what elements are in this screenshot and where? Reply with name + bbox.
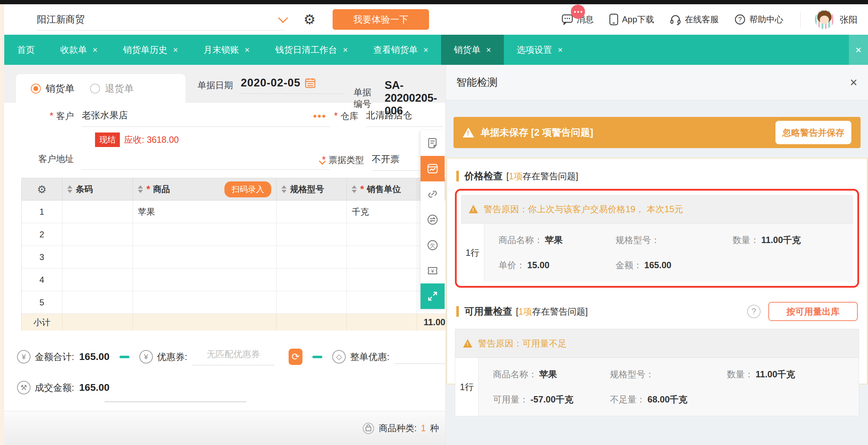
ignore-and-save-button[interactable]: 忽略警告并保存 <box>775 121 851 144</box>
expand-icon[interactable] <box>421 283 445 309</box>
coupon-input[interactable]: 无匹配优惠券 <box>192 348 274 365</box>
page-left-strip <box>0 4 4 445</box>
cell-unit[interactable] <box>347 291 417 314</box>
close-icon[interactable]: × <box>173 45 178 55</box>
cell-barcode[interactable] <box>62 223 133 246</box>
cell-spec[interactable] <box>277 223 347 246</box>
sort-icon[interactable] <box>138 185 143 193</box>
nav-help[interactable]: ? 帮助中心 <box>734 14 783 25</box>
avatar[interactable] <box>815 10 834 29</box>
required-star: * <box>146 184 150 195</box>
close-icon[interactable]: × <box>343 45 348 55</box>
exchange-icon[interactable] <box>421 207 445 232</box>
discount-tag-icon: ◇ <box>332 350 346 364</box>
nav-support-label: 在线客服 <box>685 14 719 25</box>
cell-spec[interactable] <box>277 291 347 314</box>
header-barcode[interactable]: 条码 <box>62 178 133 200</box>
cell-product[interactable] <box>133 269 277 291</box>
warehouse-input[interactable]: 北清路店仓 <box>366 109 443 127</box>
cell-unit[interactable] <box>347 269 417 291</box>
sort-icon[interactable] <box>282 185 286 193</box>
close-icon[interactable]: × <box>486 45 491 55</box>
required-star: * <box>50 111 54 121</box>
nav-app-download[interactable]: App下载 <box>609 13 654 26</box>
close-icon[interactable]: × <box>423 45 428 55</box>
cell-unit[interactable] <box>347 246 417 268</box>
address-field: 客户地址 <box>38 153 330 170</box>
cell-barcode[interactable] <box>62 269 133 291</box>
coupon-yen-icon[interactable]: ¥ <box>421 258 445 283</box>
panel-close-icon[interactable]: × <box>850 76 857 89</box>
cell-product[interactable] <box>133 291 277 314</box>
panel-title: 智能检测 <box>456 75 497 90</box>
experience-button[interactable]: 我要体验一下 <box>333 9 429 30</box>
column-settings-gear-icon[interactable]: ⚙ <box>22 178 62 200</box>
doc-type-card: 销货单 退货单 <box>16 74 185 103</box>
more-dots-icon[interactable]: ••• <box>313 110 327 122</box>
cell-spec[interactable] <box>277 269 347 291</box>
tab-sales-order-active[interactable]: 销货单× <box>441 35 504 65</box>
cell-product[interactable] <box>133 246 277 268</box>
radio-return-order[interactable]: 退货单 <box>90 82 134 95</box>
tab-daily-workbench[interactable]: 钱货日清工作台× <box>262 35 361 65</box>
warehouse-field: *仓库 北清路店仓 <box>334 109 443 127</box>
cell-barcode[interactable] <box>62 201 133 223</box>
stock-warning-strip: 警告原因：可用量不足 <box>455 329 859 357</box>
doc-date-input[interactable]: 2020-02-05 <box>240 77 343 94</box>
table-row[interactable]: 1 苹果 千克 <box>22 201 445 223</box>
sort-icon[interactable] <box>67 185 72 193</box>
cell-product[interactable] <box>133 223 277 246</box>
doc-note-icon[interactable] <box>421 130 445 156</box>
tab-month-lock[interactable]: 月末锁账× <box>191 35 262 65</box>
tab-home[interactable]: 首页 <box>4 35 48 65</box>
cell-barcode[interactable] <box>62 291 133 314</box>
sort-icon[interactable] <box>352 185 357 193</box>
gear-icon[interactable]: ⚙ <box>304 13 316 26</box>
header-product[interactable]: *商品扫码录入 <box>133 178 277 200</box>
close-icon[interactable]: × <box>558 45 563 55</box>
header-unit[interactable]: *销售单位 <box>347 178 417 200</box>
tab-bar: 首页 收款单× 销货单历史× 月末锁账× 钱货日清工作台× 查看销货单× 销货单… <box>4 35 868 65</box>
chart-panel-icon[interactable] <box>421 156 445 181</box>
table-row[interactable]: 3 <box>22 246 445 269</box>
scan-entry-button[interactable]: 扫码录入 <box>224 181 271 197</box>
company-selector[interactable]: 阳江新商贸 <box>37 9 285 30</box>
link-icon[interactable] <box>421 181 445 207</box>
refresh-coupon-button[interactable]: ⟳ <box>289 349 302 365</box>
cell-barcode[interactable] <box>62 246 133 268</box>
cell-unit[interactable]: 千克 <box>347 201 417 223</box>
tab-receipt[interactable]: 收款单× <box>48 35 110 65</box>
nav-messages[interactable]: 消息 <box>562 14 594 25</box>
ship-by-available-button[interactable]: 按可用量出库 <box>768 302 858 321</box>
close-icon[interactable]: × <box>245 45 250 55</box>
help-circle-icon[interactable]: ? <box>747 305 761 318</box>
final-amount-row: ⚒ 成交金额: 165.00 <box>17 381 110 394</box>
calendar-icon[interactable] <box>305 78 316 88</box>
cell-spec[interactable] <box>277 201 347 223</box>
headset-icon <box>670 14 681 25</box>
tabbar-close-icon[interactable]: × <box>849 35 868 65</box>
nav-support[interactable]: 在线客服 <box>670 14 719 25</box>
price-warning-text: 警告原因：你上次与该客户交易价格19， 本次15元 <box>484 203 683 215</box>
cell-spec[interactable] <box>277 246 347 268</box>
owe-icon[interactable]: 欠 <box>421 232 445 258</box>
detail-field: 金额：165.00 <box>616 259 733 271</box>
table-row[interactable]: 2 <box>22 223 445 246</box>
order-discount-input[interactable] <box>394 350 445 364</box>
detail-field: 单价：15.00 <box>499 259 616 271</box>
doc-date-label: 单据日期 <box>197 79 233 91</box>
address-input[interactable] <box>82 153 330 170</box>
table-row[interactable]: 5 <box>22 291 445 314</box>
tab-view-sales-order[interactable]: 查看销货单× <box>361 35 441 65</box>
tab-sales-history[interactable]: 销货单历史× <box>110 35 191 65</box>
stock-check-count: [1项存在警告问题] <box>516 306 588 317</box>
detail-field: 规格型号： <box>616 234 733 246</box>
header-spec[interactable]: 规格型号 <box>277 178 347 200</box>
tab-options[interactable]: 选项设置× <box>504 35 575 65</box>
cell-product[interactable]: 苹果 <box>133 201 277 223</box>
cell-unit[interactable] <box>347 223 417 246</box>
close-icon[interactable]: × <box>93 45 98 55</box>
customer-input[interactable]: 老张水果店 ••• <box>82 109 330 127</box>
table-row[interactable]: 4 <box>22 269 445 291</box>
radio-sales-order[interactable]: 销货单 <box>31 82 74 95</box>
